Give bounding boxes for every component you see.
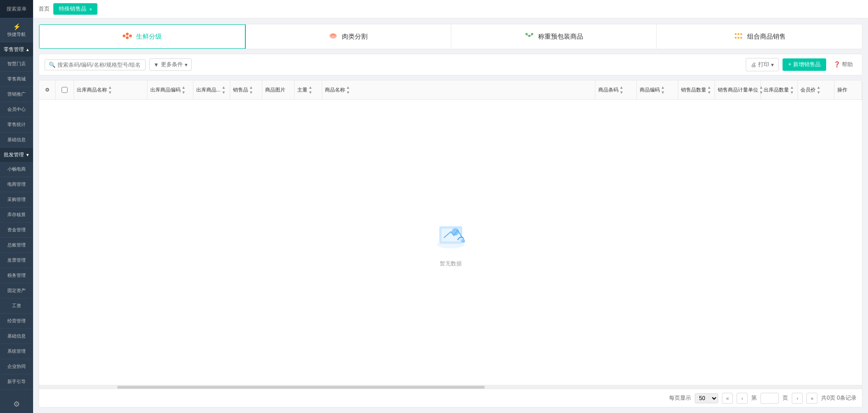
scroll-thumb[interactable] — [117, 386, 485, 389]
meat-split-icon — [328, 31, 338, 42]
sidebar-item-fixed-assets[interactable]: 固定资产 — [0, 283, 33, 298]
active-tab[interactable]: 特殊销售品 × — [53, 3, 97, 15]
new-sale-item-button[interactable]: + 新增销售品 — [783, 58, 826, 71]
filter-arrow-icon: ▾ — [185, 62, 187, 68]
horizontal-scrollbar[interactable] — [39, 385, 862, 389]
sidebar-item-basic-info-retail[interactable]: 基础信息 — [0, 132, 33, 148]
category-tab-meat-split[interactable]: 肉类分割 — [245, 24, 451, 49]
sidebar-item-label: 基础信息 — [7, 137, 26, 143]
svg-point-15 — [740, 37, 742, 39]
th-goods-name[interactable]: 商品名称 ▲▼ — [322, 80, 596, 99]
svg-point-2 — [126, 36, 129, 39]
sidebar-item-purchase-mgmt[interactable]: 采购管理 — [0, 192, 33, 207]
toolbar-right: 🖨 打印 ▾ + 新增销售品 ❓ 帮助 — [746, 58, 857, 71]
th-sale-qty[interactable]: 销售品数量 ▲▼ — [678, 80, 715, 99]
svg-point-7 — [531, 33, 533, 35]
sidebar-logo[interactable]: 搜索菜单 — [0, 0, 33, 18]
combo-sale-label: 组合商品销售 — [747, 33, 786, 41]
empty-text: 暂无数据 — [440, 260, 462, 268]
svg-point-14 — [738, 37, 739, 39]
sidebar-item-finance-mgmt[interactable]: 资金管理 — [0, 223, 33, 238]
prev-page-button[interactable]: ‹ — [737, 393, 748, 404]
svg-point-20 — [461, 239, 465, 243]
search-box[interactable]: 🔍 — [45, 59, 146, 70]
search-icon: 🔍 — [49, 62, 56, 68]
sidebar-item-tax-mgmt[interactable]: 税务管理 — [0, 268, 33, 283]
sort-icon: ▲▼ — [619, 85, 624, 95]
sort-icon: ▲▼ — [817, 85, 821, 95]
help-label: 帮助 — [842, 61, 853, 68]
help-button[interactable]: ❓ 帮助 — [830, 58, 857, 71]
th-checkbox[interactable] — [56, 80, 74, 99]
sidebar-item-enterprise-coop[interactable]: 企业协同 — [0, 359, 33, 374]
last-page-button[interactable]: » — [806, 393, 817, 404]
table-body: 暂无数据 — [39, 100, 862, 385]
th-out-name[interactable]: 出库商品名称 ▲▼ — [74, 80, 148, 99]
th-barcode[interactable]: 商品条码 ▲▼ — [596, 80, 637, 99]
sidebar-item-general-ledger[interactable]: 总账管理 — [0, 238, 33, 253]
sort-icon: ▲▼ — [221, 85, 226, 95]
th-member-price[interactable]: 会员价 ▲▼ — [798, 80, 834, 99]
sidebar-item-operation-mgmt[interactable]: 经营管理 — [0, 314, 33, 329]
tab-close-icon[interactable]: × — [89, 6, 92, 12]
page-size-label: 每页显示 — [669, 394, 691, 402]
sort-icon: ▲▼ — [308, 85, 312, 95]
th-out-code2[interactable]: 出库商品... ▲▼ — [193, 80, 230, 99]
sidebar-item-basic-info2[interactable]: 基础信息 — [0, 329, 33, 344]
topbar: 首页 特殊销售品 × — [33, 0, 868, 18]
search-input[interactable] — [57, 62, 142, 68]
print-icon: 🖨 — [751, 62, 756, 68]
sidebar-item-smart-store[interactable]: 智慧门店 — [0, 57, 33, 72]
sidebar-item-retail-stats[interactable]: 零售统计 — [0, 117, 33, 132]
filter-button[interactable]: ▼ 更多条件 ▾ — [149, 58, 192, 71]
sidebar-item-label: 采购管理 — [7, 197, 26, 202]
sidebar-item-ecommerce-mgmt[interactable]: 电商管理 — [0, 177, 33, 192]
content-area: 生鲜分级 肉类分割 — [33, 18, 868, 413]
column-settings-icon: ⚙ — [45, 87, 50, 93]
sidebar-item-sales-promo[interactable]: 营销推广 — [0, 87, 33, 102]
table-header: ⚙ 出库商品名称 ▲▼ 出库商品编码 ▲▼ 出库商品... ▲▼ — [39, 80, 862, 100]
print-button[interactable]: 🖨 打印 ▾ — [746, 58, 779, 71]
sidebar-item-label: 系统管理 — [7, 349, 26, 354]
svg-point-4 — [329, 33, 337, 39]
sidebar-item-label: 零售商城 — [7, 76, 26, 82]
sidebar-item-member-center[interactable]: 会员中心 — [0, 102, 33, 117]
th-settings[interactable]: ⚙ — [39, 80, 56, 99]
sidebar-section-wholesale[interactable]: 批发管理 ▼ — [0, 148, 33, 162]
sidebar-item-newbie-guide[interactable]: 新手引导 — [0, 374, 33, 390]
th-out-qty-label: 出库品数量 — [764, 86, 789, 93]
category-tab-fresh-grade[interactable]: 生鲜分级 — [39, 24, 246, 49]
sidebar-item-retail-mall[interactable]: 零售商城 — [0, 72, 33, 87]
select-all-checkbox[interactable] — [62, 87, 68, 93]
sidebar-item-salary[interactable]: 工资 — [0, 298, 33, 314]
help-icon: ❓ — [834, 61, 840, 68]
sidebar-item-mini-ecommerce[interactable]: 小畅电商 — [0, 162, 33, 177]
filter-icon: ▼ — [153, 62, 159, 68]
svg-point-13 — [735, 37, 737, 39]
current-page-input[interactable]: 1 — [760, 393, 779, 404]
sidebar-item-quick-nav[interactable]: ⚡ 快捷导航 — [0, 18, 33, 42]
sidebar-item-invoice-mgmt[interactable]: 发票管理 — [0, 253, 33, 268]
th-weight[interactable]: 主重 ▲▼ — [295, 80, 322, 99]
th-weight-label: 主重 — [297, 86, 307, 93]
category-tab-combo-sale[interactable]: 组合商品销售 — [657, 24, 862, 49]
th-out-code[interactable]: 出库商品编码 ▲▼ — [148, 80, 193, 99]
sidebar-item-label: 智慧门店 — [7, 61, 26, 67]
sidebar-section-retail[interactable]: 零售管理 ▲ — [0, 42, 33, 57]
home-breadcrumb[interactable]: 首页 — [39, 5, 50, 13]
th-sale-unit[interactable]: 销售商品计量单位 ▲▼ — [715, 80, 761, 99]
page-size-select[interactable]: 50 10 20 100 — [695, 393, 718, 403]
sidebar-item-label: 营销推广 — [7, 92, 26, 97]
sidebar-item-stock-check[interactable]: 库存核算 — [0, 207, 33, 223]
category-tab-weight-prepack[interactable]: 称重预包装商品 — [451, 24, 657, 49]
sidebar-item-label: 总账管理 — [7, 242, 26, 248]
first-page-button[interactable]: « — [722, 393, 733, 404]
sidebar-item-sys-mgmt[interactable]: 系统管理 — [0, 344, 33, 359]
sidebar-item-label: 经营管理 — [7, 318, 26, 324]
settings-gear-button[interactable]: ⚙ — [0, 395, 33, 413]
sidebar-item-label: 企业协同 — [7, 364, 26, 369]
next-page-button[interactable]: › — [792, 393, 803, 404]
th-out-qty[interactable]: 出库品数量 ▲▼ — [761, 80, 798, 99]
th-goods-code[interactable]: 商品编码 ▲▼ — [637, 80, 678, 99]
th-sale-item[interactable]: 销售品 ▲▼ — [230, 80, 262, 99]
